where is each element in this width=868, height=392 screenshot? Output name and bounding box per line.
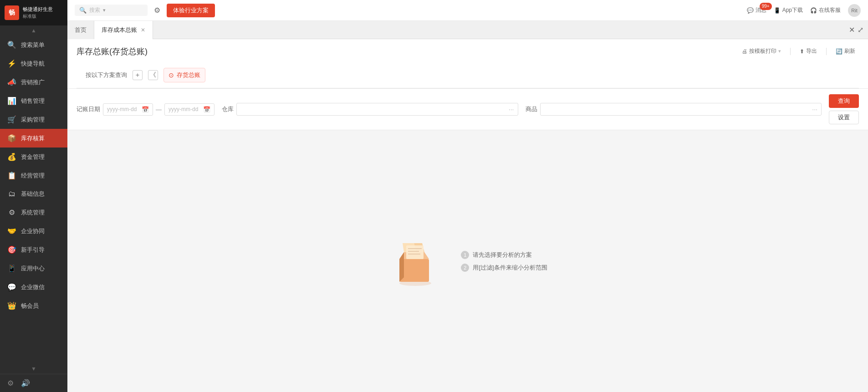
warehouse-select[interactable]: ··· [236,103,518,116]
sidebar-item-label: 经营管理 [21,172,45,180]
message-badge: 99+ [760,3,772,10]
wechat-icon: 💬 [7,283,16,291]
tab-inventory-cost[interactable]: 库存成本总账 ✕ [94,21,153,39]
sidebar-item-sales[interactable]: 📊 销售管理 [0,92,67,110]
sidebar-scroll-up[interactable]: ▲ [0,25,67,36]
app-center-icon: 📱 [7,264,16,273]
tab-home[interactable]: 首页 [67,21,94,39]
scheme-icon: ⊙ [168,71,174,79]
tab-close-panel: ✕ ⤢ [844,21,868,39]
hint-2-text: 用[过滤]条件来缩小分析范围 [473,264,547,272]
newbie-icon: 🎯 [7,245,16,254]
tab-panel-close-icon[interactable]: ✕ [849,25,855,34]
step-2-num: 2 [461,264,469,272]
capital-icon: 💰 [7,153,16,161]
sidebar-settings-icon[interactable]: ⚙ [7,379,14,387]
user-avatar[interactable]: Rit [848,4,861,17]
print-template-btn[interactable]: 🖨 按模板打印 ▾ [738,46,785,57]
search-menu-icon: 🔍 [7,41,16,49]
product-select[interactable]: ··· [540,103,822,116]
sidebar-item-inventory[interactable]: 📦 库存核算 [0,129,67,148]
sidebar-item-enterprise[interactable]: 🤝 企业协同 [0,222,67,240]
sidebar-item-label: 销售管理 [21,97,45,105]
sidebar-item-basics[interactable]: 🗂 基础信息 [0,185,67,203]
empty-svg [388,234,443,289]
scheme-item[interactable]: ⊙ 存货总账 [163,68,205,82]
sidebar-item-quick-nav[interactable]: ⚡ 快捷导航 [0,54,67,73]
sidebar-item-label: 应用中心 [21,265,45,273]
sidebar-item-label: 系统管理 [21,209,45,217]
avatar-text: Rit [851,8,857,13]
date-field-group: 记账日期 yyyy-mm-dd 📅 — yyyy-mm-dd 📅 [77,103,214,116]
query-btn[interactable]: 查询 [829,94,859,108]
export-label: 导出 [806,47,817,55]
sidebar-item-app-center[interactable]: 📱 应用中心 [0,259,67,278]
app-download-btn[interactable]: 📱 App下载 [774,6,803,14]
sidebar-item-wechat[interactable]: 💬 企业微信 [0,278,67,296]
sidebar-item-purchase[interactable]: 🛒 采购管理 [0,110,67,129]
date-to-text: yyyy-mm-dd [168,106,198,112]
page-header-top: 库存总账(存货总账) 🖨 按模板打印 ▾ ⬆ 导出 🔄 [77,46,859,62]
sidebar-item-label: 搜索菜单 [21,41,45,49]
empty-text: 1 请先选择要分析的方案 2 用[过滤]条件来缩小分析范围 [461,251,547,272]
warehouse-field-group: 仓库 ··· [222,103,518,116]
search-chevron-icon: ▾ [103,7,106,13]
sidebar-item-label: 基础信息 [21,190,45,198]
filter-add-btn[interactable]: ＋ [133,70,143,80]
search-icon: 🔍 [79,7,87,14]
tab-close-icon[interactable]: ✕ [141,27,145,33]
sidebar-item-capital[interactable]: 💰 资金管理 [0,148,67,166]
app-name-block: 畅捷通好生意 标准版 [23,6,53,19]
sidebar-item-operations[interactable]: 📋 经营管理 [0,166,67,185]
date-separator: — [156,106,162,113]
tab-panel-expand-icon[interactable]: ⤢ [858,25,863,34]
settings-btn[interactable]: 设置 [829,111,859,124]
refresh-btn[interactable]: 🔄 刷新 [832,46,859,57]
query-settings-row: 查询 设置 [829,94,859,124]
empty-illustration [388,234,443,289]
sidebar-item-label: 采购管理 [21,116,45,124]
industry-btn[interactable]: 体验行业方案 [167,4,215,17]
sidebar-item-marketing[interactable]: 📣 营销推广 [0,73,67,92]
sidebar-bottom: ⚙ 🔊 [0,374,67,392]
product-field-group: 商品 ··· [526,103,822,116]
sidebar-item-newbie[interactable]: 🎯 新手引导 [0,240,67,259]
export-btn[interactable]: ⬆ 导出 [796,46,821,57]
sidebar-item-label: 快捷导航 [21,60,45,68]
sidebar-scroll-down[interactable]: ▼ [0,364,67,374]
app-sub: 标准版 [23,13,53,20]
app-download-label: App下载 [782,6,803,14]
sidebar-item-label: 新手引导 [21,246,45,254]
query-fields: 记账日期 yyyy-mm-dd 📅 — yyyy-mm-dd 📅 仓库 ··· [67,89,868,130]
message-btn[interactable]: 💬 消息 99+ [747,6,766,14]
topbar-search[interactable]: 🔍 搜索 ▾ [75,5,148,16]
empty-hint-1: 1 请先选择要分析的方案 [461,251,547,259]
purchase-icon: 🛒 [7,115,16,124]
message-icon: 💬 [747,7,754,14]
calendar-to-icon: 📅 [203,106,210,113]
product-label: 商品 [526,105,537,113]
app-name: 畅捷通好生意 [23,6,53,13]
phone-icon: 📱 [774,7,781,14]
system-icon: ⚙ [7,208,16,217]
sidebar-sound-icon[interactable]: 🔊 [21,379,30,387]
date-to-input[interactable]: yyyy-mm-dd 📅 [164,103,214,116]
sidebar-item-system[interactable]: ⚙ 系统管理 [0,203,67,222]
filter-collapse-btn[interactable]: 《 [148,70,158,80]
tabbar: 首页 库存成本总账 ✕ ✕ ⤢ [67,21,868,39]
topbar-settings-icon[interactable]: ⚙ [152,4,162,16]
quick-nav-icon: ⚡ [7,59,16,68]
online-support-btn[interactable]: 🎧 在线客服 [810,6,841,14]
basics-icon: 🗂 [7,190,16,198]
sidebar-item-member[interactable]: 👑 畅会员 [0,296,67,315]
page-header-actions: 🖨 按模板打印 ▾ ⬆ 导出 🔄 刷新 [738,46,859,57]
marketing-icon: 📣 [7,78,16,87]
date-from-input[interactable]: yyyy-mm-dd 📅 [103,103,153,116]
product-more-icon: ··· [812,106,817,113]
member-icon: 👑 [7,301,16,310]
page-header: 库存总账(存货总账) 🖨 按模板打印 ▾ ⬆ 导出 🔄 [67,39,868,89]
sidebar-item-label: 企业微信 [21,283,45,291]
print-chevron-icon: ▾ [778,48,781,54]
step-1-num: 1 [461,251,469,259]
sidebar-item-search-menu[interactable]: 🔍 搜索菜单 [0,36,67,54]
